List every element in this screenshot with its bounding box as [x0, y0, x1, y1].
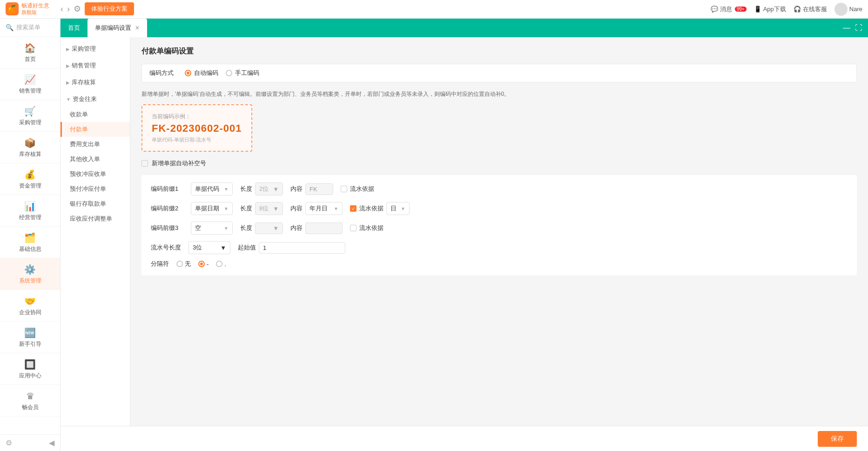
settings-bottom-icon[interactable]: ⚙ — [6, 438, 12, 447]
auto-fill-row: 新增单据自动补空号 — [141, 159, 857, 168]
sub-group-capital: ▼ 资金往来 收款单 付款单 费用支出单 其他收入单 预收冲应收单 预付冲应付单… — [61, 91, 130, 226]
prefix1-flow: 流水依据 — [341, 185, 374, 193]
sidebar-search[interactable]: 🔍 搜索菜单 — [0, 19, 60, 37]
sub-item-expense[interactable]: 费用支出单 — [61, 137, 130, 152]
system-icon: ⚙️ — [24, 264, 36, 275]
prefix2-length-select[interactable]: 8位 ▼ — [255, 202, 283, 215]
sub-item-bank-deposit[interactable]: 银行存取款单 — [61, 196, 130, 211]
sidebar-item-enterprise[interactable]: 🤝 企业协同 — [0, 290, 60, 322]
auto-fill-checkbox[interactable] — [141, 160, 148, 167]
prefix2-content-select[interactable]: 年月日 ▼ — [305, 202, 343, 215]
sub-group-sales-title[interactable]: ▶ 销售管理 — [61, 58, 130, 74]
main-panel: 付款单编码设置 编码方式 自动编码 手工编码 — [130, 37, 868, 426]
industry-btn[interactable]: 体验行业方案 — [85, 2, 134, 15]
dropdown-arrow-icon: ▼ — [273, 225, 279, 232]
message-item[interactable]: 💬 消息 99+ — [711, 5, 747, 13]
prefix3-select[interactable]: 空 ▼ — [191, 222, 233, 235]
manual-encoding-radio[interactable]: 手工编码 — [226, 69, 259, 77]
dropdown-arrow-icon: ▼ — [273, 186, 279, 193]
sub-group-purchase-title[interactable]: ▶ 采购管理 — [61, 41, 130, 57]
auto-encoding-radio[interactable]: 自动编码 — [185, 69, 218, 77]
sep-none-option[interactable]: 无 — [176, 260, 191, 268]
prefix1-length: 长度 2位 ▼ — [240, 182, 283, 195]
sidebar-item-purchase[interactable]: 🛒 采购管理 — [0, 100, 60, 132]
sidebar-item-operation[interactable]: 📊 经营管理 — [0, 195, 60, 227]
save-button[interactable]: 保存 — [818, 431, 857, 447]
sidebar-bottom: ⚙ ◀ — [0, 434, 60, 451]
tab-minimize-icon[interactable]: — — [843, 24, 850, 32]
nav-controls: ‹ › ⚙ — [61, 4, 81, 14]
preview-desc: 单据代码-单据日期-流水号 — [152, 136, 242, 143]
prefix3-length: 长度 ▼ — [240, 222, 283, 234]
sub-item-prepay-pay[interactable]: 预付冲应付单 — [61, 182, 130, 196]
serial-row: 流水号长度 3位 ▼ 起始值 — [151, 241, 848, 254]
sep-dot-option[interactable]: . — [216, 261, 226, 268]
sidebar-item-apps[interactable]: 🔲 应用中心 — [0, 353, 60, 385]
logo-icon: 🍊 — [6, 2, 19, 15]
prefix1-length-select[interactable]: 2位 ▼ — [255, 182, 283, 195]
sidebar-item-sales[interactable]: 📈 销售管理 — [0, 68, 60, 100]
collapse-icon[interactable]: ◀ — [49, 438, 54, 447]
basic-icon: 🗂️ — [24, 232, 36, 243]
sidebar-item-home[interactable]: 🏠 首页 — [0, 37, 60, 68]
service-icon: 🎧 — [794, 6, 801, 13]
sidebar-item-basic[interactable]: 🗂️ 基础信息 — [0, 227, 60, 258]
settings-icon[interactable]: ⚙ — [74, 4, 81, 14]
tab-bar: 首页 单据编码设置 ✕ — ⛶ — [61, 19, 868, 37]
inventory-icon: 📦 — [24, 137, 36, 148]
message-icon: 💬 — [711, 6, 718, 13]
online-service-item[interactable]: 🎧 在线客服 — [794, 5, 827, 13]
prefix2-flow-checkbox[interactable]: ✓ — [350, 205, 357, 212]
tab-close-icon[interactable]: ✕ — [135, 25, 140, 31]
tab-expand-icon[interactable]: ⛶ — [855, 24, 862, 32]
sidebar: 🔍 搜索菜单 🏠 首页 📈 销售管理 🛒 采购管理 📦 库存核算 💰 资金管理 … — [0, 19, 61, 451]
sub-item-payment[interactable]: 付款单 — [61, 122, 130, 137]
operation-icon: 📊 — [24, 201, 36, 212]
prefix2-select[interactable]: 单据日期 ▼ — [191, 202, 233, 215]
sidebar-item-inventory[interactable]: 📦 库存核算 — [0, 132, 60, 163]
prefix3-flow-checkbox[interactable] — [350, 225, 357, 231]
prefix3-length-select[interactable]: ▼ — [255, 222, 283, 234]
encoding-radio-group: 自动编码 手工编码 — [185, 69, 259, 77]
prefix1-content: 内容 FK — [290, 183, 333, 195]
sep-dash-radio — [198, 261, 205, 267]
serial-length-select[interactable]: 3位 ▼ — [188, 241, 230, 254]
sub-item-ar-ap-adjust[interactable]: 应收应付调整单 — [61, 211, 130, 226]
sub-group-capital-title[interactable]: ▼ 资金往来 — [61, 91, 130, 107]
sub-sidebar: ▶ 采购管理 ▶ 销售管理 ▶ 库存核算 — [61, 37, 130, 426]
sidebar-item-finance[interactable]: 💰 资金管理 — [0, 163, 60, 195]
guide-icon: 🆕 — [24, 327, 36, 338]
tab-home[interactable]: 首页 — [61, 19, 87, 37]
sidebar-item-guide[interactable]: 🆕 新手引导 — [0, 322, 60, 353]
prefix1-flow-checkbox[interactable] — [341, 186, 347, 192]
nav-back-icon[interactable]: ‹ — [61, 4, 63, 14]
sidebar-item-system[interactable]: ⚙️ 系统管理 — [0, 258, 60, 290]
dropdown-arrow-icon: ▼ — [224, 226, 229, 231]
tab-encoding[interactable]: 单据编码设置 ✕ — [87, 19, 147, 37]
separator-options: 无 - . — [176, 260, 226, 268]
chevron-right-icon: ▶ — [66, 63, 70, 68]
preview-label: 当前编码示例： — [152, 113, 242, 121]
nav-forward-icon[interactable]: › — [67, 4, 70, 14]
logo-text: 畅通好生意 旗舰版 — [21, 2, 49, 16]
sub-group-inventory-title[interactable]: ▶ 库存核算 — [61, 74, 130, 90]
sub-item-receipt[interactable]: 收款单 — [61, 107, 130, 122]
dropdown-arrow-icon: ▼ — [224, 187, 229, 192]
prefix1-select[interactable]: 单据代码 ▼ — [191, 182, 233, 195]
dropdown-arrow-icon: ▼ — [220, 244, 226, 251]
sub-item-other-income[interactable]: 其他收入单 — [61, 152, 130, 167]
sub-group-inventory: ▶ 库存核算 — [61, 74, 130, 90]
logo: 🍊 畅通好生意 旗舰版 — [6, 2, 49, 16]
sidebar-item-vip[interactable]: ♛ 畅会员 — [0, 385, 60, 417]
chevron-down-icon: ▼ — [66, 97, 71, 102]
sep-dash-option[interactable]: - — [198, 261, 209, 268]
chevron-right-icon: ▶ — [66, 80, 70, 85]
sep-none-radio — [176, 261, 183, 267]
app-download-item[interactable]: 📱 App下载 — [754, 5, 786, 13]
user-profile[interactable]: Nare — [834, 3, 862, 16]
prefix2-period-select[interactable]: 日 ▼ — [386, 202, 410, 215]
purchase-icon: 🛒 — [24, 106, 36, 117]
topbar: 🍊 畅通好生意 旗舰版 ‹ › ⚙ 体验行业方案 💬 消息 99+ 📱 App下… — [0, 0, 868, 19]
serial-start-input[interactable] — [259, 242, 345, 254]
sub-item-prepay-receive[interactable]: 预收冲应收单 — [61, 167, 130, 182]
